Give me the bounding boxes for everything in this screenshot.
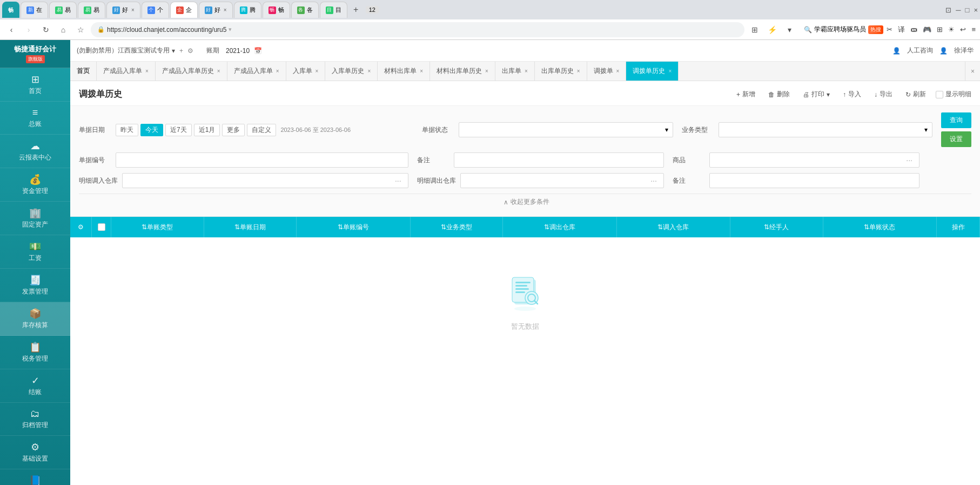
sidebar-item-invoice[interactable]: 🧾 发票管理 xyxy=(0,269,70,302)
collapse-conditions[interactable]: ∧ 收起更多条件 xyxy=(79,194,971,210)
browser-tab-8[interactable]: 腾 腾 xyxy=(234,2,261,18)
goods-ellipsis[interactable]: ··· xyxy=(904,156,915,164)
refresh-button[interactable]: ↻ xyxy=(39,23,53,37)
bookmark-button[interactable]: ☆ xyxy=(73,23,88,37)
tab-material-out-history[interactable]: 材料出库单历史 × xyxy=(430,62,495,81)
add-company-btn[interactable]: + xyxy=(179,47,183,55)
user-service-label[interactable]: 人工咨询 xyxy=(907,46,933,55)
detail-in-wh-select[interactable]: ··· xyxy=(122,173,408,188)
grid-icon[interactable]: ⊞ xyxy=(937,25,943,34)
date-btn-today[interactable]: 今天 xyxy=(140,124,163,136)
browser-tab-10[interactable]: 各 各 xyxy=(291,2,319,18)
new-tab-button[interactable]: + xyxy=(348,2,364,17)
browser-tab-4[interactable]: 好 好 × xyxy=(106,2,140,18)
tab-product-in-history-close[interactable]: × xyxy=(217,68,220,74)
tab-in-order[interactable]: 入库单 × xyxy=(286,62,326,81)
header-checkbox[interactable] xyxy=(98,223,105,231)
th-gear[interactable]: ⚙ xyxy=(70,217,92,237)
refresh-button[interactable]: ↻ 刷新 xyxy=(902,88,929,101)
tab-transfer-history[interactable]: 调拨单历史 × xyxy=(626,62,679,81)
date-btn-1month[interactable]: 近1月 xyxy=(194,124,220,136)
th-date[interactable]: ⇅ 单账日期 xyxy=(204,217,297,237)
browser-tab-app[interactable]: 畅 xyxy=(2,2,19,18)
expand-button[interactable]: ▾ xyxy=(782,23,796,37)
translate-icon[interactable]: 译 xyxy=(898,25,905,35)
tab-out-history-close[interactable]: × xyxy=(577,68,580,74)
home-button[interactable]: ⌂ xyxy=(56,23,70,37)
settings-button[interactable]: 设置 xyxy=(941,131,971,147)
tab-in-history[interactable]: 入库单历史 × xyxy=(325,62,378,81)
maximize-button[interactable]: □ xyxy=(965,6,970,14)
sidebar-item-settle[interactable]: ✓ 结账 xyxy=(0,369,70,403)
print-button[interactable]: 🖨 打印 ▾ xyxy=(800,88,833,101)
back-button[interactable]: ‹ xyxy=(4,23,18,37)
tab-home[interactable]: 首页 xyxy=(70,62,97,81)
forward-button[interactable]: › xyxy=(22,23,36,37)
browser-tab-9[interactable]: 畅 畅 xyxy=(263,2,290,18)
biz-type-select[interactable]: ▾ xyxy=(719,122,932,137)
sun-icon[interactable]: ☀ xyxy=(948,25,955,34)
browser-tab-2[interactable]: 易 易 xyxy=(49,2,77,18)
undo-icon[interactable]: ↩ xyxy=(960,25,966,34)
new-button[interactable]: + 新增 xyxy=(733,88,759,101)
th-no[interactable]: ⇅ 单账编号 xyxy=(297,217,410,237)
date-btn-custom[interactable]: 自定义 xyxy=(247,124,276,136)
tab-in-history-close[interactable]: × xyxy=(367,68,371,74)
th-check[interactable] xyxy=(92,217,111,237)
detail-out-wh-select[interactable]: ··· xyxy=(460,173,664,188)
tab-in-order-close[interactable]: × xyxy=(316,68,319,74)
detail-out-wh-ellipsis[interactable]: ··· xyxy=(648,176,659,185)
tab-product-in-history[interactable]: 产成品入库单历史 × xyxy=(156,62,227,81)
date-btn-yesterday[interactable]: 昨天 xyxy=(116,124,138,136)
browser-tab-6[interactable]: 企 企 xyxy=(170,2,198,18)
toggle-checkbox[interactable] xyxy=(936,91,943,98)
browser-tab-7[interactable]: 好 好 × xyxy=(199,2,233,18)
tab-nav-close-btn[interactable]: × xyxy=(965,62,980,81)
tab-transfer-close[interactable]: × xyxy=(616,68,620,74)
th-status[interactable]: ⇅ 单账状态 xyxy=(823,217,937,237)
game-icon[interactable]: 🎮 xyxy=(923,25,931,34)
th-handler[interactable]: ⇅ 经手人 xyxy=(730,217,823,237)
tab-transfer[interactable]: 调拨单 × xyxy=(587,62,627,81)
query-button[interactable]: 查询 xyxy=(941,112,971,128)
sidebar-item-home[interactable]: ⊞ 首页 xyxy=(0,68,70,102)
sidebar-item-tax[interactable]: 📋 税务管理 xyxy=(0,336,70,369)
detail-in-wh-ellipsis[interactable]: ··· xyxy=(393,176,404,185)
sidebar-item-asset[interactable]: 🏢 固定资产 xyxy=(0,202,70,235)
sidebar-item-fund[interactable]: 💰 资金管理 xyxy=(0,168,70,202)
sidebar-item-inventory[interactable]: 📦 库存核算 xyxy=(0,302,70,336)
tab-material-out-history-close[interactable]: × xyxy=(485,68,488,74)
sidebar-item-wage[interactable]: 💵 工资 xyxy=(0,235,70,269)
minimize-button[interactable]: ─ xyxy=(956,6,961,14)
menu-icon[interactable]: ≡ xyxy=(971,25,976,34)
tab-transfer-history-close[interactable]: × xyxy=(668,68,672,74)
url-bar[interactable]: 🔒 https://cloud.chanjet.com/accounting/u… xyxy=(91,22,744,37)
doc-no-input[interactable] xyxy=(116,152,408,168)
th-in-wh[interactable]: ⇅ 调入仓库 xyxy=(617,217,730,237)
scissors-icon[interactable]: ✂ xyxy=(887,25,892,34)
browser-tab-11[interactable]: 目 目 xyxy=(320,2,347,18)
display-toggle[interactable]: 显示明细 xyxy=(936,90,971,99)
date-btn-more[interactable]: 更多 xyxy=(222,124,245,136)
sidebar-item-guide[interactable]: 📘 新手引导 xyxy=(0,469,70,485)
tab-out-history[interactable]: 出库单历史 × xyxy=(535,62,587,81)
import-button[interactable]: ↑ 导入 xyxy=(840,88,864,101)
tab-material-out[interactable]: 材料出库单 × xyxy=(378,62,430,81)
tab-product-in2[interactable]: 产成品入库单 × xyxy=(227,62,286,81)
coupon-icon[interactable]: 🎟 xyxy=(910,25,917,34)
th-biz-type[interactable]: ⇅ 业务类型 xyxy=(411,217,504,237)
company-select[interactable]: (勿删勿禁用）江西服宝测试专用 ▾ xyxy=(77,46,175,55)
th-type[interactable]: ⇅ 单账类型 xyxy=(111,217,204,237)
tab-product-in2-close[interactable]: × xyxy=(276,68,279,74)
browser-tab-3[interactable]: 易 易 xyxy=(78,2,105,18)
extensions-button[interactable]: ⊞ xyxy=(748,23,762,37)
date-btn-7days[interactable]: 近7天 xyxy=(165,124,192,136)
sidebar-item-archive[interactable]: 🗂 归档管理 xyxy=(0,403,70,436)
close-button[interactable]: × xyxy=(974,6,978,14)
browser-tab-5[interactable]: 个 个 xyxy=(142,2,169,18)
tab-product-in-close[interactable]: × xyxy=(145,68,149,74)
goods-select[interactable]: ··· xyxy=(709,152,919,168)
sidebar-item-ledger[interactable]: ≡ 总账 xyxy=(0,102,70,135)
detail-remark-input[interactable] xyxy=(709,173,919,188)
export-button[interactable]: ↓ 导出 xyxy=(871,88,896,101)
